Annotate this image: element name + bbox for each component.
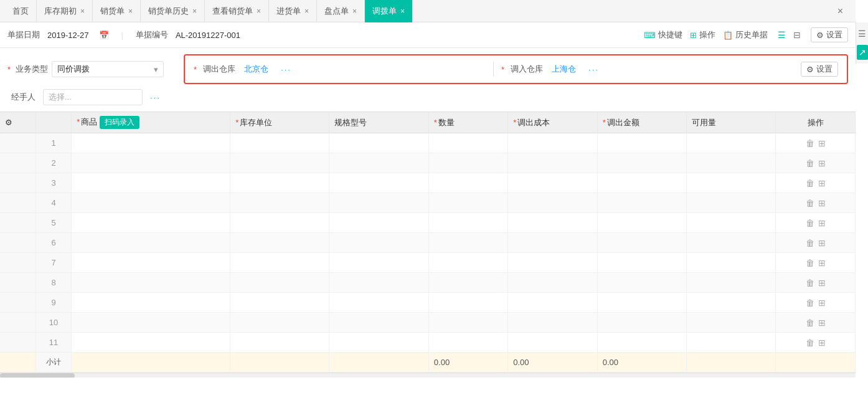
history-button[interactable]: 📋 历史单据	[723, 29, 768, 40]
in-warehouse-more[interactable]: ···	[588, 65, 599, 74]
cell-qty[interactable]	[428, 133, 507, 153]
cell-unit[interactable]	[230, 133, 329, 153]
cell-qty[interactable]	[428, 213, 507, 233]
tab-item-transfer[interactable]: 调拨单×	[365, 0, 413, 22]
copy-icon[interactable]: ⊞	[818, 158, 826, 168]
delete-icon[interactable]: 🗑	[806, 258, 814, 268]
tab-item-sales-history[interactable]: 销货单历史×	[141, 0, 205, 22]
cell-amount[interactable]	[597, 173, 686, 193]
cell-product[interactable]	[72, 193, 230, 213]
cell-amount[interactable]	[597, 273, 686, 293]
delete-icon[interactable]: 🗑	[806, 138, 814, 148]
cell-spec[interactable]	[329, 193, 428, 213]
tab-item-inventory-check[interactable]: 盘点单×	[317, 0, 365, 22]
cell-unit[interactable]	[230, 313, 329, 333]
cell-spec[interactable]	[329, 153, 428, 173]
cell-cost[interactable]	[508, 273, 597, 293]
cell-product[interactable]	[72, 233, 230, 253]
delete-icon[interactable]: 🗑	[806, 238, 814, 248]
cell-unit[interactable]	[230, 293, 329, 313]
cell-spec[interactable]	[329, 213, 428, 233]
cell-product[interactable]	[72, 313, 230, 333]
cell-amount[interactable]	[597, 153, 686, 173]
settings-button[interactable]: ⚙ 设置	[811, 27, 848, 42]
cell-cost[interactable]	[508, 133, 597, 153]
cell-qty[interactable]	[428, 333, 507, 353]
tab-item-view-sales[interactable]: 查看销货单×	[205, 0, 269, 22]
grid-view-button[interactable]: ⊟	[791, 29, 803, 41]
cell-cost[interactable]	[508, 233, 597, 253]
cell-spec[interactable]	[329, 173, 428, 193]
cell-amount[interactable]	[597, 193, 686, 213]
out-warehouse-more[interactable]: ···	[281, 65, 291, 74]
cell-cost[interactable]	[508, 153, 597, 173]
cell-product[interactable]	[72, 273, 230, 293]
tab-close-sales-order[interactable]: ×	[128, 7, 133, 16]
copy-icon[interactable]: ⊞	[818, 138, 826, 148]
cell-amount[interactable]	[597, 233, 686, 253]
handler-more[interactable]: ···	[150, 93, 161, 102]
delete-icon[interactable]: 🗑	[806, 338, 814, 348]
cell-qty[interactable]	[428, 293, 507, 313]
sidebar-list-icon[interactable]: ☰	[857, 26, 867, 41]
cell-spec[interactable]	[329, 333, 428, 353]
scan-button[interactable]: 扫码录入	[100, 116, 139, 129]
cell-qty[interactable]	[428, 193, 507, 213]
cell-spec[interactable]	[329, 133, 428, 153]
shortcut-button[interactable]: ⌨ 快捷键	[644, 29, 682, 40]
cell-product[interactable]	[72, 293, 230, 313]
copy-icon[interactable]: ⊞	[818, 238, 826, 248]
cell-product[interactable]	[72, 133, 230, 153]
cell-spec[interactable]	[329, 273, 428, 293]
cell-amount[interactable]	[597, 213, 686, 233]
copy-icon[interactable]: ⊞	[818, 258, 826, 268]
cell-cost[interactable]	[508, 213, 597, 233]
list-view-button[interactable]: ☰	[775, 29, 788, 41]
cell-product[interactable]	[72, 333, 230, 353]
copy-icon[interactable]: ⊞	[818, 178, 826, 188]
tab-close-view-sales[interactable]: ×	[257, 7, 261, 16]
cell-cost[interactable]	[508, 253, 597, 273]
delete-icon[interactable]: 🗑	[806, 298, 814, 308]
sidebar-external-icon[interactable]: ↗	[857, 45, 868, 60]
cell-spec[interactable]	[329, 253, 428, 273]
calendar-icon[interactable]: 📅	[99, 31, 109, 40]
cell-amount[interactable]	[597, 133, 686, 153]
cell-product[interactable]	[72, 153, 230, 173]
cell-cost[interactable]	[508, 293, 597, 313]
cell-spec[interactable]	[329, 313, 428, 333]
cell-unit[interactable]	[230, 173, 329, 193]
cell-qty[interactable]	[428, 153, 507, 173]
cell-amount[interactable]	[597, 253, 686, 273]
cell-qty[interactable]	[428, 253, 507, 273]
delete-icon[interactable]: 🗑	[806, 158, 814, 168]
cell-unit[interactable]	[230, 193, 329, 213]
tab-item-inventory-init[interactable]: 库存期初×	[37, 0, 93, 22]
handler-select[interactable]: 选择...	[43, 89, 143, 105]
cell-unit[interactable]	[230, 153, 329, 173]
cell-unit[interactable]	[230, 253, 329, 273]
copy-icon[interactable]: ⊞	[818, 278, 826, 288]
cell-qty[interactable]	[428, 233, 507, 253]
operation-button[interactable]: ⊞ 操作	[690, 29, 715, 40]
close-window-button[interactable]: ×	[830, 6, 851, 17]
cell-amount[interactable]	[597, 333, 686, 353]
cell-product[interactable]	[72, 213, 230, 233]
cell-unit[interactable]	[230, 213, 329, 233]
tab-close-sales-history[interactable]: ×	[192, 7, 197, 16]
copy-icon[interactable]: ⊞	[818, 318, 826, 328]
copy-icon[interactable]: ⊞	[818, 338, 826, 348]
horizontal-scrollbar[interactable]	[0, 373, 856, 378]
cell-product[interactable]	[72, 173, 230, 193]
cell-spec[interactable]	[329, 293, 428, 313]
tab-item-purchase[interactable]: 进货单×	[269, 0, 317, 22]
copy-icon[interactable]: ⊞	[818, 198, 826, 208]
cell-qty[interactable]	[428, 173, 507, 193]
delete-icon[interactable]: 🗑	[806, 278, 814, 288]
tab-close-purchase[interactable]: ×	[304, 7, 309, 16]
tab-close-transfer[interactable]: ×	[400, 7, 405, 16]
tab-close-inventory-check[interactable]: ×	[352, 7, 357, 16]
cell-unit[interactable]	[230, 233, 329, 253]
tab-item-home[interactable]: 首页	[5, 0, 37, 22]
tab-item-sales-order[interactable]: 销货单×	[93, 0, 141, 22]
